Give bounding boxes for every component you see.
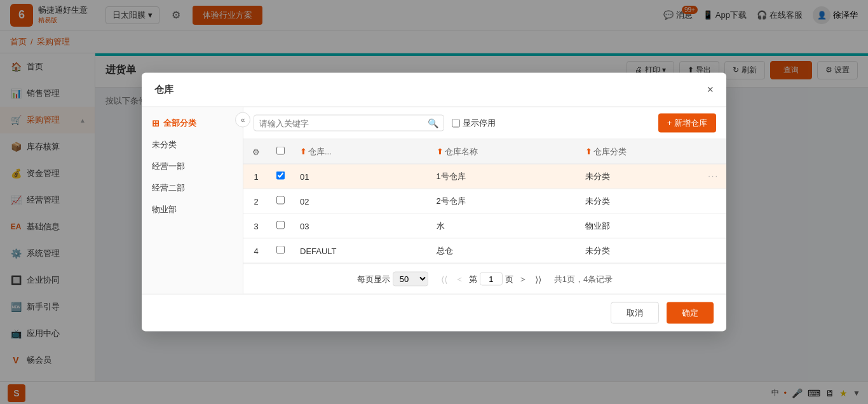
row-name: 水 xyxy=(429,213,578,238)
category-label-unclassified: 未分类 xyxy=(152,139,177,151)
row-name: 2号仓库 xyxy=(429,189,578,213)
sidebar-collapse-button[interactable]: « xyxy=(235,112,250,128)
page-nav: ⟨⟨ ＜ 第 页 ＞ ⟩⟩ xyxy=(438,272,544,286)
category-label-operations1: 经营一部 xyxy=(152,161,185,172)
pagination: 每页显示 50 20 100 ⟨⟨ ＜ 第 页 ＞ ⟩⟩ 共1页，4条记 xyxy=(243,264,726,294)
warehouse-table: ⚙ ⬆仓库... ⬆仓库名称 ⬆仓库分类 1 01 1号仓库 未分类··· 2 xyxy=(243,140,726,264)
select-all-checkbox[interactable] xyxy=(276,147,285,155)
row-no: 3 xyxy=(243,213,269,238)
last-page-button[interactable]: ⟩⟩ xyxy=(532,273,544,285)
table-row[interactable]: 3 03 水 物业部 xyxy=(243,213,726,238)
th-code: ⬆仓库... xyxy=(292,140,429,165)
modal-title: 仓库 xyxy=(154,84,173,96)
row-no: 2 xyxy=(243,189,269,213)
page-size-selector: 每页显示 50 20 100 xyxy=(357,272,428,286)
table-row[interactable]: 4 DEFAULT 总仓 未分类 xyxy=(243,238,726,263)
more-icon[interactable]: ··· xyxy=(708,171,719,180)
row-category: 物业部 xyxy=(578,213,726,238)
show-disabled-text: 显示停用 xyxy=(463,118,496,129)
row-checkbox[interactable] xyxy=(276,246,285,254)
modal-body: « ⊞ 全部分类 未分类 经营一部 经营二部 物业部 🔍 xyxy=(142,107,726,294)
category-item-unclassified[interactable]: 未分类 xyxy=(142,134,243,156)
per-page-select[interactable]: 50 20 100 xyxy=(393,272,428,286)
category-item-all[interactable]: ⊞ 全部分类 xyxy=(142,112,243,134)
th-checkbox xyxy=(269,140,292,165)
first-page-button[interactable]: ⟨⟨ xyxy=(438,273,450,285)
total-records: 共1页，4条记录 xyxy=(554,273,613,285)
sort-icon-code: ⬆ xyxy=(300,147,307,156)
modal-header: 仓库 × xyxy=(142,73,726,107)
grid-icon: ⊞ xyxy=(152,118,159,128)
page-label: 第 xyxy=(469,273,477,285)
th-settings: ⚙ xyxy=(243,140,269,165)
row-checkbox[interactable] xyxy=(276,196,285,205)
row-no: 1 xyxy=(243,164,269,189)
row-code: 02 xyxy=(292,189,429,213)
modal-footer: 取消 确定 xyxy=(142,294,726,332)
row-checkbox[interactable] xyxy=(276,172,285,180)
row-checkbox[interactable] xyxy=(276,221,285,229)
category-item-operations2[interactable]: 经营二部 xyxy=(142,177,243,199)
modal-category-sidebar: « ⊞ 全部分类 未分类 经营一部 经营二部 物业部 xyxy=(142,107,243,294)
row-code: DEFAULT xyxy=(292,238,429,263)
modal-toolbar: 🔍 显示停用 + 新增仓库 xyxy=(243,107,726,140)
next-page-button[interactable]: ＞ xyxy=(516,272,530,286)
search-input[interactable] xyxy=(259,118,428,128)
add-warehouse-button[interactable]: + 新增仓库 xyxy=(658,114,716,133)
category-item-operations1[interactable]: 经营一部 xyxy=(142,156,243,177)
th-name: ⬆仓库名称 xyxy=(429,140,578,165)
warehouse-modal: 仓库 × « ⊞ 全部分类 未分类 经营一部 经营二部 物业部 xyxy=(142,73,726,332)
search-icon[interactable]: 🔍 xyxy=(428,118,438,128)
row-category: 未分类 xyxy=(578,238,726,263)
row-checkbox-cell xyxy=(269,238,292,263)
prev-page-button[interactable]: ＜ xyxy=(452,272,466,286)
show-disabled-label[interactable]: 显示停用 xyxy=(452,118,496,129)
row-code: 03 xyxy=(292,213,429,238)
row-name: 总仓 xyxy=(429,238,578,263)
table-row[interactable]: 1 01 1号仓库 未分类··· xyxy=(243,164,726,189)
cancel-button[interactable]: 取消 xyxy=(611,302,659,324)
modal-close-button[interactable]: × xyxy=(707,83,714,97)
modal-main-content: 🔍 显示停用 + 新增仓库 ⚙ ⬆仓库... ⬆仓库名称 xyxy=(243,107,726,294)
row-checkbox-cell xyxy=(269,164,292,189)
show-disabled-checkbox[interactable] xyxy=(452,119,460,127)
category-label-property: 物业部 xyxy=(152,204,177,215)
row-checkbox-cell xyxy=(269,189,292,213)
confirm-button[interactable]: 确定 xyxy=(667,302,714,324)
warehouse-table-wrapper: ⚙ ⬆仓库... ⬆仓库名称 ⬆仓库分类 1 01 1号仓库 未分类··· 2 xyxy=(243,140,726,264)
table-row[interactable]: 2 02 2号仓库 未分类 xyxy=(243,189,726,213)
category-label-operations2: 经营二部 xyxy=(152,182,185,194)
row-category: 未分类··· xyxy=(578,164,726,189)
category-label-all: 全部分类 xyxy=(163,118,196,129)
row-code: 01 xyxy=(292,164,429,189)
search-box: 🔍 xyxy=(254,115,444,131)
th-category: ⬆仓库分类 xyxy=(578,140,726,165)
page-number-input[interactable] xyxy=(480,273,503,286)
row-checkbox-cell xyxy=(269,213,292,238)
page-unit: 页 xyxy=(505,273,513,285)
category-item-property[interactable]: 物业部 xyxy=(142,199,243,220)
row-name: 1号仓库 xyxy=(429,164,578,189)
per-page-label: 每页显示 xyxy=(357,273,390,285)
row-category: 未分类 xyxy=(578,189,726,213)
sort-icon-cat: ⬆ xyxy=(585,147,592,156)
sort-icon-name: ⬆ xyxy=(437,147,444,156)
row-no: 4 xyxy=(243,238,269,263)
